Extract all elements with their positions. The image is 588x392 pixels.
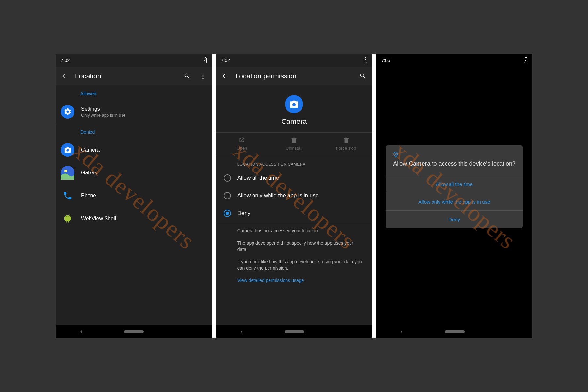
- radio-deny[interactable]: Deny: [216, 204, 372, 222]
- app-bar: Location permission: [216, 67, 372, 85]
- svg-point-6: [68, 216, 69, 217]
- battery-icon: [364, 58, 367, 63]
- dialog-message: Allow Camera to access this device's loc…: [392, 160, 516, 168]
- nav-home-pill[interactable]: [285, 330, 304, 333]
- camera-icon: [61, 143, 74, 157]
- nav-bar: [376, 325, 532, 338]
- app-row-camera[interactable]: Camera: [56, 139, 212, 161]
- app-subtitle: Only while app is in use: [81, 113, 126, 118]
- status-bar: 7:02: [216, 54, 372, 67]
- page-title: Location permission: [233, 72, 355, 80]
- page-title: Location: [73, 72, 179, 80]
- app-bar: Location: [56, 67, 212, 85]
- info-block: Camera has not accessed your location. T…: [216, 222, 372, 284]
- action-label: Open: [237, 146, 247, 151]
- location-pin-icon: [392, 151, 516, 158]
- phone-icon: [61, 189, 74, 203]
- radio-icon: [224, 210, 231, 217]
- content-area: Allowed Settings Only while app is in us…: [56, 85, 212, 325]
- radio-allow-all[interactable]: Allow all the time: [216, 169, 372, 187]
- action-label: Uninstall: [286, 146, 302, 151]
- radio-label: Allow only while the app is in use: [237, 192, 319, 199]
- permission-dialog: Allow Camera to access this device's loc…: [386, 145, 523, 228]
- radio-label: Allow all the time: [237, 175, 279, 181]
- clock: 7:02: [221, 58, 230, 63]
- search-button[interactable]: [355, 68, 371, 84]
- radio-allow-while-use[interactable]: Allow only while the app is in use: [216, 187, 372, 204]
- screenshot-location-settings: 7:02 Location Allowed Settings: [56, 54, 212, 338]
- app-row-gallery[interactable]: Gallery: [56, 161, 212, 184]
- open-button: Open: [216, 133, 268, 155]
- svg-point-5: [66, 216, 67, 217]
- action-row: Open Uninstall Force stop: [216, 132, 372, 155]
- nav-back-icon[interactable]: [399, 329, 404, 334]
- nav-bar: [56, 325, 212, 338]
- app-row-webview[interactable]: WebView Shell: [56, 207, 212, 230]
- content-area: Camera Open Uninstall Force stop LOCATIO…: [216, 85, 372, 325]
- uninstall-button: Uninstall: [268, 133, 320, 155]
- clock: 7:05: [381, 58, 390, 63]
- nav-home-pill[interactable]: [445, 330, 465, 333]
- dialog-option-deny[interactable]: Deny: [386, 211, 523, 228]
- app-name: Settings: [81, 106, 126, 112]
- app-row-settings[interactable]: Settings Only while app is in use: [56, 100, 212, 123]
- info-text: The app developer did not specify how th…: [237, 240, 365, 253]
- section-denied: Denied: [56, 123, 212, 139]
- dialog-header: Allow Camera to access this device's loc…: [386, 145, 523, 175]
- view-details-link[interactable]: View detailed permissions usage: [237, 277, 365, 284]
- app-name: Camera: [281, 117, 307, 126]
- overflow-menu-button[interactable]: [195, 68, 211, 84]
- gear-icon: [61, 105, 74, 119]
- nav-back-icon[interactable]: [239, 329, 244, 334]
- nav-recents-icon[interactable]: [345, 329, 349, 334]
- app-name: Gallery: [81, 170, 98, 176]
- app-name: Camera: [81, 147, 100, 153]
- dialog-option-allow-all[interactable]: Allow all the time: [386, 175, 523, 193]
- gallery-icon: [61, 166, 74, 180]
- content-area: Allow Camera to access this device's loc…: [376, 67, 532, 325]
- radio-icon: [224, 174, 231, 182]
- app-row-phone[interactable]: Phone: [56, 184, 212, 207]
- screenshot-location-permission: 7:02 Location permission Camera O: [216, 54, 372, 338]
- radio-label: Deny: [237, 210, 251, 217]
- status-bar: 7:05: [376, 54, 532, 67]
- action-label: Force stop: [336, 146, 356, 151]
- screenshot-permission-dialog: 7:05 Allow Camera to access this device'…: [376, 54, 532, 338]
- app-name: Phone: [81, 193, 96, 199]
- info-text: Camera has not accessed your location.: [237, 228, 365, 234]
- status-bar: 7:02: [56, 54, 212, 67]
- nav-back-icon[interactable]: [78, 329, 84, 334]
- battery-icon: [204, 58, 207, 63]
- camera-icon: [285, 95, 303, 113]
- android-icon: [61, 212, 74, 225]
- section-allowed: Allowed: [56, 85, 212, 100]
- nav-home-pill[interactable]: [124, 330, 144, 333]
- svg-point-0: [202, 74, 204, 75]
- force-stop-button: Force stop: [320, 133, 372, 155]
- nav-recents-icon[interactable]: [505, 329, 510, 334]
- nav-recents-icon[interactable]: [185, 329, 189, 334]
- section-label: LOCATION ACCESS FOR CAMERA: [216, 155, 372, 169]
- radio-icon: [224, 192, 231, 199]
- nav-bar: [216, 325, 372, 338]
- svg-point-7: [395, 153, 396, 154]
- svg-point-1: [202, 75, 204, 77]
- back-button[interactable]: [217, 68, 233, 84]
- app-name: WebView Shell: [81, 216, 116, 221]
- clock: 7:02: [61, 58, 70, 63]
- svg-point-2: [202, 78, 204, 79]
- info-text: If you don't like how this app developer…: [237, 259, 365, 271]
- dialog-option-allow-while-use[interactable]: Allow only while the app is in use: [386, 193, 523, 211]
- search-button[interactable]: [179, 68, 195, 84]
- battery-icon: [524, 58, 527, 63]
- app-hero: Camera: [216, 85, 372, 132]
- back-button[interactable]: [57, 68, 73, 84]
- svg-point-4: [64, 170, 67, 172]
